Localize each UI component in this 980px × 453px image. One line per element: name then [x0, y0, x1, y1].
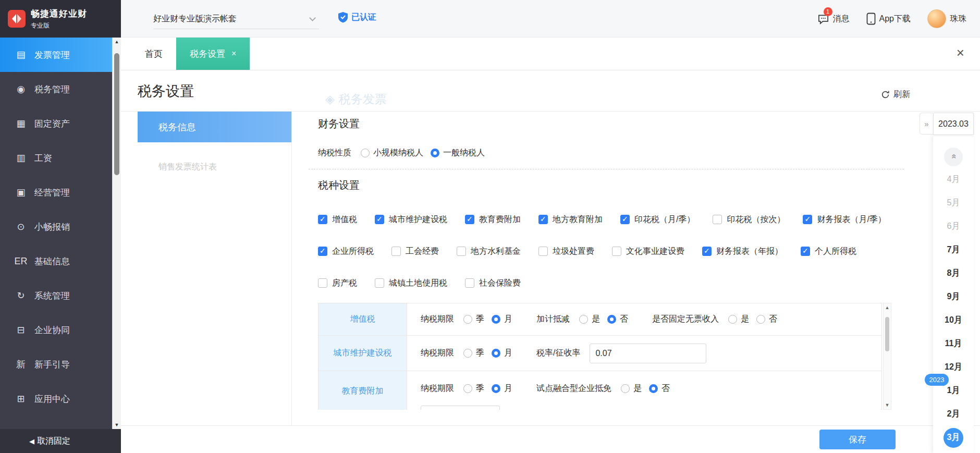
radio-option[interactable]: 否 — [649, 383, 670, 394]
sidebar-item-fixed-assets[interactable]: ▦固定资产 — [0, 106, 112, 141]
radio-icon[interactable] — [492, 349, 500, 358]
sidebar-item-collab[interactable]: ⊟企业协同 — [0, 313, 112, 347]
radio-option[interactable]: 是 — [728, 314, 749, 325]
scroll-down-arrow-icon[interactable]: ▼ — [113, 422, 121, 427]
radio-icon[interactable] — [492, 315, 500, 324]
month-item[interactable]: 7月 — [933, 238, 974, 262]
checkbox-icon[interactable] — [713, 215, 722, 224]
sidebar-item-operations[interactable]: ▣经营管理 — [0, 175, 112, 210]
radio-icon[interactable] — [463, 384, 472, 393]
table-scrollbar[interactable]: ▲ ▼ — [883, 303, 891, 410]
sidebar-item-guide[interactable]: 新新手引导 — [0, 347, 112, 382]
month-item[interactable]: 9月 — [933, 285, 974, 309]
checkbox-icon[interactable] — [620, 215, 630, 224]
radio-icon[interactable] — [463, 349, 472, 358]
tab-close-icon[interactable]: × — [231, 50, 236, 58]
nav-item-tax-info[interactable]: 税务信息 — [138, 112, 291, 142]
radio-option[interactable]: 否 — [756, 314, 777, 325]
sidebar-item-app-center[interactable]: ⊞应用中心 — [0, 382, 112, 416]
checkbox-icon[interactable] — [612, 247, 621, 256]
month-item[interactable]: 3月 — [933, 426, 974, 449]
month-item[interactable]: 11月 — [933, 332, 974, 356]
checkbox-icon[interactable] — [538, 247, 548, 256]
month-item[interactable]: 10月 — [933, 309, 974, 332]
tax-type-checkbox[interactable]: 文化事业建设费 — [612, 246, 684, 257]
radio-option[interactable]: 是 — [621, 383, 642, 394]
tab-home[interactable]: 首页 — [131, 38, 176, 70]
tax-type-checkbox[interactable]: 城市维护建设税 — [375, 214, 447, 225]
checkbox-icon[interactable] — [318, 215, 327, 224]
tax-type-checkbox[interactable]: 社会保险费 — [465, 278, 521, 289]
month-item[interactable]: 5月 — [933, 191, 974, 215]
tax-type-checkbox[interactable]: 财务报表（月/季） — [803, 214, 886, 225]
account-book-selector[interactable]: 好业财专业版演示帐套 — [153, 9, 319, 29]
radio-icon[interactable] — [756, 315, 765, 324]
radio-icon[interactable] — [492, 384, 500, 393]
radio-icon[interactable] — [649, 384, 658, 393]
rate-input[interactable] — [590, 344, 706, 363]
current-period[interactable]: 2023.03 — [933, 113, 974, 135]
checkbox-icon[interactable] — [318, 247, 327, 256]
radio-option[interactable]: 月 — [492, 314, 512, 325]
unpin-sidebar-button[interactable]: ◀ 取消固定 — [0, 429, 121, 453]
table-scroll-down-icon[interactable]: ▼ — [884, 402, 891, 408]
checkbox-icon[interactable] — [391, 247, 401, 256]
checkbox-icon[interactable] — [538, 215, 548, 224]
tax-type-checkbox[interactable]: 房产税 — [318, 278, 357, 289]
tax-type-checkbox[interactable]: 企业所得税 — [318, 246, 374, 257]
radio-option[interactable]: 季 — [463, 314, 484, 325]
radio-icon[interactable] — [463, 315, 472, 324]
tax-type-checkbox[interactable]: 财务报表（年报） — [702, 246, 783, 257]
month-item[interactable]: 6月 — [933, 215, 974, 238]
tax-type-checkbox[interactable]: 个人所得税 — [801, 246, 856, 257]
radio-option[interactable]: 小规模纳税人 — [361, 148, 423, 158]
radio-option[interactable]: 否 — [607, 314, 628, 325]
radio-option[interactable]: 月 — [492, 383, 512, 394]
tax-row-label[interactable]: 教育费附加 — [318, 371, 407, 410]
month-item[interactable]: 2月 — [933, 402, 974, 426]
table-scroll-thumb[interactable] — [885, 317, 889, 351]
radio-icon[interactable] — [579, 315, 588, 324]
sidebar-item-invoice[interactable]: ▤发票管理 — [0, 38, 112, 72]
refresh-button[interactable]: 刷新 — [881, 89, 910, 100]
save-button[interactable]: 保存 — [819, 430, 896, 449]
radio-option[interactable]: 季 — [463, 383, 484, 394]
table-scroll-up-icon[interactable]: ▲ — [884, 305, 891, 310]
radio-icon[interactable] — [431, 149, 439, 157]
close-icon[interactable]: × — [957, 46, 964, 59]
tax-type-checkbox[interactable]: 印花税（月/季） — [620, 214, 695, 225]
sidebar-item-tax[interactable]: ◉税务管理 — [0, 72, 112, 106]
radio-icon[interactable] — [621, 384, 630, 393]
radio-option[interactable]: 月 — [492, 348, 512, 359]
month-item[interactable]: 8月 — [933, 262, 974, 285]
user-menu[interactable]: 珠珠 — [927, 9, 966, 28]
tax-type-checkbox[interactable]: 城镇土地使用税 — [375, 278, 447, 289]
checkbox-icon[interactable] — [318, 278, 327, 288]
checkbox-icon[interactable] — [465, 215, 474, 224]
radio-option[interactable]: 一般纳税人 — [431, 148, 485, 158]
sidebar-scroll-thumb[interactable] — [114, 53, 119, 175]
tax-type-checkbox[interactable]: 地方水利基金 — [457, 246, 521, 257]
tax-type-checkbox[interactable]: 教育费附加 — [465, 214, 521, 225]
radio-icon[interactable] — [728, 315, 737, 324]
checkbox-icon[interactable] — [375, 278, 384, 288]
checkbox-icon[interactable] — [465, 278, 474, 288]
tax-row-label[interactable]: 城市维护建设税 — [318, 336, 407, 371]
radio-icon[interactable] — [361, 149, 370, 157]
period-panel-expander[interactable]: » — [920, 113, 933, 134]
messages-button[interactable]: 1 消息 — [817, 13, 850, 25]
months-scroll-up-button[interactable]: » — [944, 148, 963, 166]
tax-type-checkbox[interactable]: 印花税（按次） — [713, 214, 785, 225]
sidebar-scrollbar[interactable]: ▲ ▼ — [112, 38, 121, 429]
radio-option[interactable]: 是 — [579, 314, 600, 325]
tax-type-checkbox[interactable]: 增值税 — [318, 214, 357, 225]
scroll-up-arrow-icon[interactable]: ▲ — [113, 39, 121, 44]
tax-row-label[interactable]: 增值税 — [318, 303, 407, 335]
sidebar-item-reimburse[interactable]: ⊙小畅报销 — [0, 210, 112, 244]
checkbox-icon[interactable] — [801, 247, 810, 256]
app-download-button[interactable]: App下载 — [866, 13, 911, 25]
radio-option[interactable]: 季 — [463, 348, 484, 359]
sidebar-item-base-info[interactable]: ER基础信息 — [0, 244, 112, 278]
checkbox-icon[interactable] — [702, 247, 712, 256]
checkbox-icon[interactable] — [457, 247, 466, 256]
